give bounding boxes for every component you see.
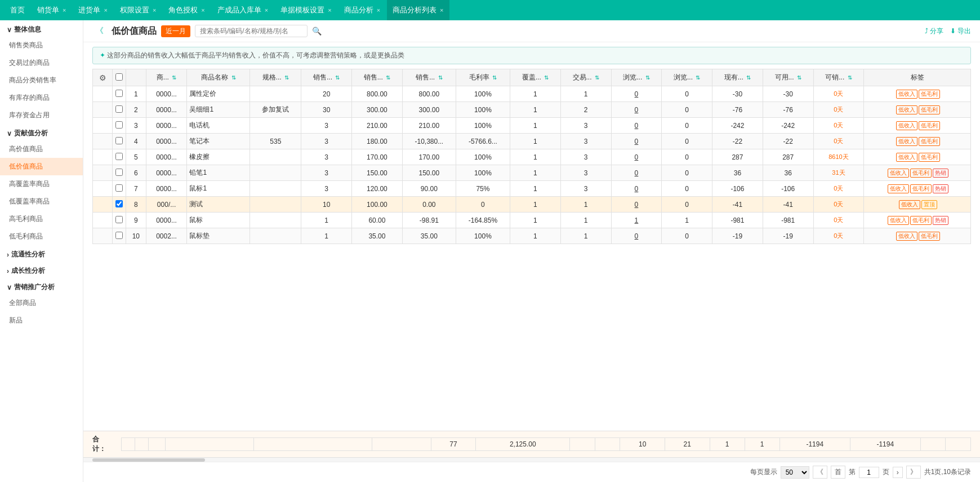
filter-recent-month-btn[interactable]: 近一月 xyxy=(161,25,190,37)
nav-template[interactable]: 单据模板设置 × xyxy=(275,0,337,20)
row-checkbox-2[interactable] xyxy=(115,121,123,129)
row-checkbox-5[interactable] xyxy=(115,169,123,176)
prev-page-btn[interactable]: 首 xyxy=(831,466,845,479)
last-page-btn[interactable]: 》 xyxy=(906,466,921,479)
collapse-contribution-icon[interactable]: ∨ xyxy=(7,130,12,138)
cell-checkbox[interactable] xyxy=(113,197,126,213)
expand-growth-icon[interactable]: › xyxy=(7,267,9,275)
per-page-select[interactable]: 50 100 xyxy=(781,466,809,479)
row-checkbox-7[interactable] xyxy=(115,200,123,207)
cell-checkbox[interactable] xyxy=(113,102,126,118)
th-view1[interactable]: 浏览... ⇅ xyxy=(611,69,662,86)
th-stock[interactable]: 现有... ⇅ xyxy=(712,69,763,86)
cell-view1[interactable]: 0 xyxy=(611,118,662,134)
nav-production[interactable]: 产成品入库单 × xyxy=(212,0,274,20)
th-sale-amt[interactable]: 销售... ⇅ xyxy=(352,69,403,86)
th-gross-rate[interactable]: 毛利率 ⇅ xyxy=(456,69,510,86)
page-number-input[interactable] xyxy=(859,467,879,478)
sidebar-item-low-value[interactable]: 低价值商品 xyxy=(0,158,83,175)
collapse-marketing-icon[interactable]: ∨ xyxy=(7,284,12,291)
cell-view1[interactable]: 0 xyxy=(611,228,662,244)
cell-checkbox[interactable] xyxy=(113,149,126,165)
close-analysis-icon[interactable]: × xyxy=(377,7,380,14)
sidebar-item-stock-goods[interactable]: 有库存的商品 xyxy=(0,89,83,107)
th-name[interactable]: 商品名称 ⇅ xyxy=(187,69,250,86)
th-sale-profit[interactable]: 销售... ⇅ xyxy=(402,69,456,86)
cell-checkbox[interactable] xyxy=(113,181,126,197)
search-input[interactable] xyxy=(195,25,308,37)
row-checkbox-6[interactable] xyxy=(115,184,123,192)
sidebar-item-low-coverage[interactable]: 低覆盖率商品 xyxy=(0,193,83,210)
export-btn[interactable]: ⬇ 导出 xyxy=(950,26,971,36)
cell-checkbox[interactable] xyxy=(113,228,126,244)
close-permissions-icon[interactable]: × xyxy=(153,7,156,14)
sidebar-group-growth[interactable]: › 成长性分析 xyxy=(0,262,83,278)
cell-view1[interactable]: 0 xyxy=(611,149,662,165)
cell-checkbox[interactable] xyxy=(113,86,126,102)
sidebar-item-category-sales[interactable]: 商品分类销售率 xyxy=(0,72,83,89)
th-code[interactable]: 商... ⇅ xyxy=(146,69,187,86)
expand-circulation-icon[interactable]: › xyxy=(7,251,9,259)
cell-checkbox[interactable] xyxy=(113,118,126,134)
sidebar-item-stock-capital[interactable]: 库存资金占用 xyxy=(0,107,83,124)
sidebar-item-traded-goods[interactable]: 交易过的商品 xyxy=(0,54,83,72)
cell-view1[interactable]: 0 xyxy=(611,102,662,118)
close-roles-icon[interactable]: × xyxy=(201,7,204,14)
table-container[interactable]: ⚙ 商... ⇅ 商品名称 ⇅ 规格... ⇅ 销售... ⇅ 销售... ⇅ … xyxy=(83,69,980,431)
sidebar-item-low-margin[interactable]: 低毛利商品 xyxy=(0,228,83,245)
cell-checkbox[interactable] xyxy=(113,134,126,149)
search-icon[interactable]: 🔍 xyxy=(312,26,322,36)
th-sale-qty[interactable]: 销售... ⇅ xyxy=(301,69,352,86)
row-checkbox-4[interactable] xyxy=(115,153,123,160)
th-settings[interactable]: ⚙ xyxy=(93,69,113,86)
th-avail[interactable]: 可用... ⇅ xyxy=(763,69,813,86)
sidebar-group-circulation[interactable]: › 流通性分析 xyxy=(0,245,83,262)
first-page-btn[interactable]: 《 xyxy=(813,466,827,479)
nav-purchase[interactable]: 进货单 × xyxy=(73,0,113,20)
cell-view1[interactable]: 0 xyxy=(611,86,662,102)
share-btn[interactable]: ⤴ 分享 xyxy=(925,26,943,36)
cell-view1[interactable]: 0 xyxy=(611,134,662,149)
nav-permissions[interactable]: 权限设置 × xyxy=(114,0,162,20)
close-template-icon[interactable]: × xyxy=(328,7,331,14)
settings-icon[interactable]: ⚙ xyxy=(99,73,106,82)
nav-sales[interactable]: 销货单 × xyxy=(32,0,72,20)
cell-checkbox[interactable] xyxy=(113,213,126,228)
sidebar-item-high-margin[interactable]: 高毛利商品 xyxy=(0,210,83,228)
row-checkbox-9[interactable] xyxy=(115,232,123,239)
close-purchase-icon[interactable]: × xyxy=(104,7,107,14)
select-all-checkbox[interactable] xyxy=(115,73,123,81)
cell-view2: 0 xyxy=(662,118,712,134)
nav-roles[interactable]: 角色授权 × xyxy=(163,0,210,20)
row-checkbox-0[interactable] xyxy=(115,90,123,97)
cell-view1[interactable]: 0 xyxy=(611,181,662,197)
cell-checkbox[interactable] xyxy=(113,165,126,181)
next-page-btn[interactable]: › xyxy=(893,467,903,478)
collapse-overall-icon[interactable]: ∨ xyxy=(7,26,12,34)
nav-home[interactable]: 首页 xyxy=(5,0,30,20)
nav-analysis-list[interactable]: 商品分析列表 × xyxy=(387,0,449,20)
th-view2[interactable]: 浏览... ⇅ xyxy=(662,69,712,86)
sidebar-collapse-btn[interactable]: 《 xyxy=(92,25,107,37)
th-checkbox[interactable] xyxy=(113,69,126,86)
th-trade[interactable]: 交易... ⇅ xyxy=(560,69,611,86)
cell-view1[interactable]: 1 xyxy=(611,213,662,228)
sidebar-item-sales-goods[interactable]: 销售类商品 xyxy=(0,37,83,54)
cell-qty: 10 xyxy=(301,197,352,213)
close-analysis-list-icon[interactable]: × xyxy=(440,7,443,14)
th-coverage[interactable]: 覆盖... ⇅ xyxy=(510,69,561,86)
nav-analysis[interactable]: 商品分析 × xyxy=(338,0,386,20)
cell-view1[interactable]: 0 xyxy=(611,165,662,181)
th-days[interactable]: 可销... ⇅ xyxy=(813,69,864,86)
th-spec[interactable]: 规格... ⇅ xyxy=(250,69,301,86)
sidebar-item-new-goods[interactable]: 新品 xyxy=(0,312,83,329)
sidebar-item-all-goods[interactable]: 全部商品 xyxy=(0,294,83,312)
row-checkbox-8[interactable] xyxy=(115,216,123,223)
sidebar-item-high-value[interactable]: 高价值商品 xyxy=(0,140,83,158)
sidebar-item-high-coverage[interactable]: 高覆盖率商品 xyxy=(0,175,83,193)
cell-view1[interactable]: 0 xyxy=(611,197,662,213)
row-checkbox-1[interactable] xyxy=(115,105,123,113)
row-checkbox-3[interactable] xyxy=(115,137,123,144)
close-sales-icon[interactable]: × xyxy=(63,7,66,14)
close-production-icon[interactable]: × xyxy=(265,7,268,14)
